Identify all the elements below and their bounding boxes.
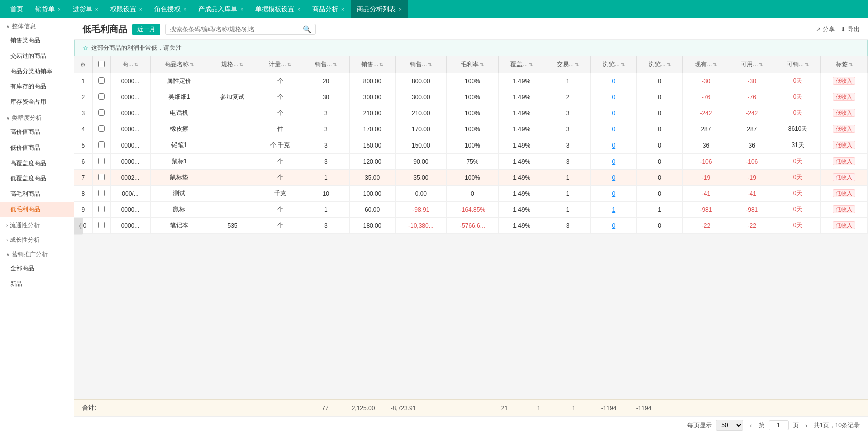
search-input[interactable]: [170, 26, 303, 33]
share-button[interactable]: ↗ 分享: [816, 25, 835, 34]
col-browse1[interactable]: 浏览...⇅: [591, 56, 637, 73]
col-tag[interactable]: 标签⇅: [821, 56, 868, 73]
close-icon[interactable]: ×: [297, 7, 300, 12]
row-select-checkbox[interactable]: [98, 174, 105, 180]
close-icon[interactable]: ×: [184, 7, 187, 12]
row-browse1[interactable]: 0: [591, 73, 637, 89]
col-trans-count[interactable]: 交易...⇅: [545, 56, 591, 73]
table-row: 5 0000... 铅笔1 个,千克 3 150.00 150.00 100% …: [74, 137, 868, 154]
row-checkbox[interactable]: [92, 154, 110, 170]
row-sales-amount: 800.00: [395, 73, 447, 89]
sidebar-item-high-margin[interactable]: 高毛利商品: [0, 186, 74, 202]
sidebar-item-low-value[interactable]: 低价值商品: [0, 140, 74, 156]
row-checkbox[interactable]: [92, 170, 110, 186]
row-select-checkbox[interactable]: [98, 77, 105, 84]
next-page-button[interactable]: ›: [803, 421, 810, 430]
sidebar-item-all-products[interactable]: 全部商品: [0, 261, 74, 276]
close-icon[interactable]: ×: [341, 7, 344, 12]
sidebar-item-high-value[interactable]: 高价值商品: [0, 124, 74, 140]
row-browse1[interactable]: 1: [591, 202, 637, 218]
row-checkbox[interactable]: [92, 73, 110, 89]
row-browse1[interactable]: 0: [591, 105, 637, 121]
row-select-checkbox[interactable]: [98, 190, 105, 196]
nav-product-analysis[interactable]: 商品分析 ×: [306, 0, 351, 18]
col-available[interactable]: 可用...⇅: [729, 56, 775, 73]
col-sales-amount[interactable]: 销售...⇅: [395, 56, 447, 73]
close-icon[interactable]: ×: [139, 7, 142, 12]
row-checkbox[interactable]: [92, 186, 110, 202]
sidebar-group-growth[interactable]: › 成长性分析: [0, 232, 74, 246]
col-sales-price[interactable]: 销售...⇅: [349, 56, 395, 73]
tag-label: 低收入: [833, 77, 855, 85]
close-icon[interactable]: ×: [240, 7, 243, 12]
sidebar-item-category-rate[interactable]: 商品分类助销率: [0, 64, 74, 79]
row-browse1[interactable]: 0: [591, 218, 637, 234]
row-checkbox[interactable]: [92, 121, 110, 137]
col-settings[interactable]: ⚙: [74, 56, 92, 73]
row-select-checkbox[interactable]: [98, 93, 105, 100]
row-spec: [208, 121, 257, 137]
row-browse1[interactable]: 0: [591, 121, 637, 137]
row-coverage: 1.49%: [498, 105, 545, 121]
sidebar-item-low-margin[interactable]: 低毛利商品: [0, 202, 74, 217]
close-icon[interactable]: ×: [399, 7, 402, 12]
export-button[interactable]: ⬇ 导出: [841, 25, 860, 34]
row-checkbox[interactable]: [92, 89, 110, 105]
row-select-checkbox[interactable]: [98, 206, 105, 212]
nav-permissions[interactable]: 权限设置 ×: [104, 0, 148, 18]
nav-home[interactable]: 首页: [4, 0, 29, 18]
row-browse1[interactable]: 0: [591, 89, 637, 105]
row-select-checkbox[interactable]: [98, 158, 105, 164]
page-input[interactable]: [769, 420, 789, 430]
sidebar-item-stock-capital[interactable]: 库存资金占用: [0, 94, 74, 110]
col-current-stock[interactable]: 现有...⇅: [683, 56, 729, 73]
row-no: 3: [74, 105, 92, 121]
col-name[interactable]: 商品名称⇅: [150, 56, 208, 73]
col-saleable[interactable]: 可销...⇅: [775, 56, 821, 73]
row-checkbox[interactable]: [92, 105, 110, 121]
col-browse2[interactable]: 浏览...⇅: [637, 56, 683, 73]
row-select-checkbox[interactable]: [98, 222, 105, 228]
nav-product-entry[interactable]: 产成品入库单 ×: [192, 0, 249, 18]
sidebar-item-new-products[interactable]: 新品: [0, 276, 74, 292]
prev-page-button[interactable]: ‹: [747, 421, 754, 430]
row-browse1[interactable]: 0: [591, 154, 637, 170]
filter-recent-month-button[interactable]: 近一月: [132, 24, 160, 35]
col-spec[interactable]: 规格...⇅: [208, 56, 257, 73]
row-browse1[interactable]: 0: [591, 186, 637, 202]
nav-product-analysis-list[interactable]: 商品分析列表 ×: [351, 0, 408, 18]
sidebar-group-marketing[interactable]: ∨ 营销推广分析: [0, 246, 74, 261]
search-icon[interactable]: 🔍: [303, 25, 311, 33]
row-checkbox[interactable]: [92, 137, 110, 154]
row-browse1[interactable]: 0: [591, 137, 637, 154]
sidebar-group-overall[interactable]: ∨ 整体信息: [0, 18, 74, 33]
footer-available: -1194: [626, 405, 661, 412]
select-all-checkbox[interactable]: [98, 61, 105, 67]
row-checkbox[interactable]: [92, 218, 110, 234]
sidebar-item-sales-products[interactable]: 销售类商品: [0, 33, 74, 48]
nav-purchase-order[interactable]: 进货单 ×: [67, 0, 104, 18]
col-coverage[interactable]: 覆盖...⇅: [498, 56, 545, 73]
row-select-checkbox[interactable]: [98, 109, 105, 116]
sidebar-item-traded-products[interactable]: 交易过的商品: [0, 48, 74, 64]
row-select-checkbox[interactable]: [98, 125, 105, 132]
sidebar-item-low-coverage[interactable]: 低覆盖度商品: [0, 171, 74, 186]
row-checkbox[interactable]: [92, 202, 110, 218]
nav-sales-order[interactable]: 销货单 ×: [29, 0, 67, 18]
sidebar-group-cluster[interactable]: ∨ 类群度分析: [0, 110, 74, 124]
sidebar-item-high-coverage[interactable]: 高覆盖度商品: [0, 156, 74, 171]
col-gross-margin[interactable]: 毛利率⇅: [447, 56, 499, 73]
col-sales-qty[interactable]: 销售...⇅: [303, 56, 349, 73]
sidebar-collapse-button[interactable]: 《: [74, 218, 83, 234]
sidebar-item-in-stock[interactable]: 有库存的商品: [0, 79, 74, 94]
col-code[interactable]: 商...⇅: [110, 56, 150, 73]
nav-template-settings[interactable]: 单据模板设置 ×: [249, 0, 306, 18]
sidebar-group-circulation[interactable]: › 流通性分析: [0, 217, 74, 232]
row-select-checkbox[interactable]: [98, 141, 105, 148]
col-unit[interactable]: 计量...⇅: [257, 56, 303, 73]
close-icon[interactable]: ×: [95, 7, 98, 12]
close-icon[interactable]: ×: [58, 7, 61, 12]
per-page-select[interactable]: 50 100: [716, 420, 743, 431]
row-browse1[interactable]: 0: [591, 170, 637, 186]
nav-role-auth[interactable]: 角色授权 ×: [148, 0, 193, 18]
